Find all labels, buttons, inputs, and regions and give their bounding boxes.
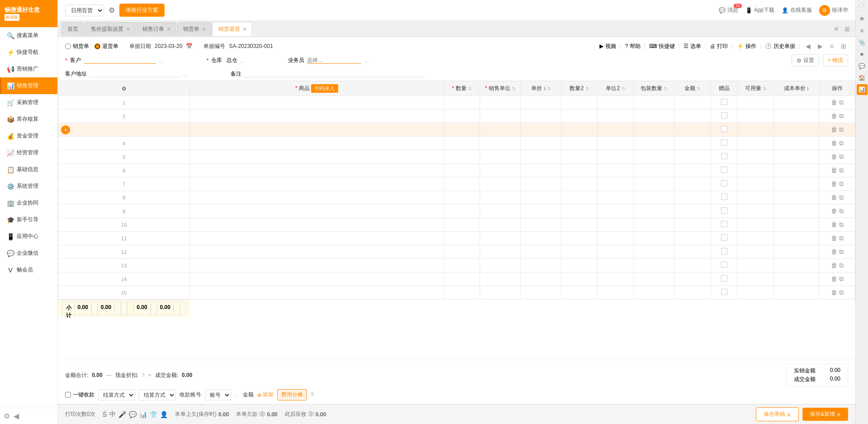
- row-delete-button[interactable]: 🗑: [830, 262, 838, 269]
- s-icon[interactable]: Ś: [103, 411, 107, 418]
- available-cell[interactable]: [738, 245, 774, 259]
- gift-cell[interactable]: [711, 218, 738, 232]
- qty2-cell[interactable]: [561, 191, 598, 205]
- unit2-cell[interactable]: [598, 110, 634, 123]
- cost_price-cell[interactable]: [774, 137, 819, 150]
- one-click-payment-check[interactable]: 一键收款: [65, 391, 94, 399]
- amount-cell[interactable]: [675, 191, 711, 205]
- unit2-cell[interactable]: [598, 150, 634, 164]
- pack_qty-cell[interactable]: [634, 110, 675, 123]
- tab-sales-return[interactable]: 销货退货 ✕: [212, 22, 252, 36]
- customer-dots[interactable]: ...: [159, 57, 163, 64]
- amount-cell[interactable]: [675, 286, 711, 300]
- qty-cell[interactable]: [444, 164, 480, 177]
- cost_price-cell[interactable]: [774, 218, 819, 232]
- sidebar-item-app-center[interactable]: 📱 应用中心: [0, 228, 57, 245]
- sidebar-collapse-icon[interactable]: ◀: [14, 412, 19, 420]
- product-cell[interactable]: [190, 218, 444, 232]
- unit-cell[interactable]: [480, 164, 521, 177]
- product-cell[interactable]: [190, 150, 444, 164]
- price-cell[interactable]: [521, 205, 561, 218]
- gift-checkbox[interactable]: [721, 167, 727, 173]
- product-cell[interactable]: [190, 123, 444, 137]
- sidebar-item-finance[interactable]: 💰 资金管理: [0, 128, 57, 144]
- address-dots[interactable]: ...: [183, 71, 187, 77]
- radio-delivery-input[interactable]: [65, 43, 71, 49]
- tab-home[interactable]: 首页: [61, 22, 84, 36]
- qty-cell[interactable]: [444, 191, 480, 205]
- pack_qty-cell[interactable]: [634, 177, 675, 191]
- price-cell[interactable]: [521, 177, 561, 191]
- qty-cell[interactable]: [444, 259, 480, 272]
- unit2-cell[interactable]: [598, 191, 634, 205]
- right-panel-notes[interactable]: 📄: [857, 2, 868, 13]
- one-click-payment-input[interactable]: [65, 392, 71, 398]
- th-settings[interactable]: ⚙: [58, 81, 190, 96]
- product-cell[interactable]: [190, 177, 444, 191]
- tab-sales-delivery-close[interactable]: ✕: [202, 27, 206, 32]
- chart-icon[interactable]: 📊: [139, 411, 147, 418]
- gift-cell[interactable]: [711, 232, 738, 245]
- pack_qty-cell[interactable]: [634, 96, 675, 110]
- remark-input[interactable]: [244, 71, 425, 77]
- pack_qty-cell[interactable]: [634, 164, 675, 177]
- available-cell[interactable]: [738, 286, 774, 300]
- row-copy-button[interactable]: ⧉: [838, 139, 844, 147]
- unit2-cell[interactable]: [598, 232, 634, 245]
- add-row-button[interactable]: +: [61, 125, 70, 134]
- unit2-cell[interactable]: [598, 177, 634, 191]
- unit-sort-icon[interactable]: ⇅: [512, 86, 515, 91]
- sidebar-item-enterprise[interactable]: 🏢 企业协同: [0, 195, 57, 211]
- right-panel-attach[interactable]: 📎: [857, 37, 868, 48]
- qty2-cell[interactable]: [561, 286, 598, 300]
- qty2-sort-icon[interactable]: ⇅: [585, 86, 589, 91]
- price-sort-icon[interactable]: ⇅: [547, 86, 551, 91]
- amount-cell[interactable]: [675, 205, 711, 218]
- gift-checkbox[interactable]: [721, 221, 727, 227]
- pack_qty-cell[interactable]: [634, 259, 675, 272]
- unit2-cell[interactable]: [598, 137, 634, 150]
- radio-return-input[interactable]: [94, 43, 100, 49]
- price-cell[interactable]: [521, 218, 561, 232]
- pack_qty-cell[interactable]: [634, 272, 675, 286]
- price-cell[interactable]: [521, 272, 561, 286]
- row-delete-button[interactable]: 🗑: [830, 221, 838, 228]
- amount-cell[interactable]: [675, 137, 711, 150]
- topbar-gear-icon[interactable]: ⚙: [108, 6, 115, 14]
- qty2-cell[interactable]: [561, 205, 598, 218]
- product-cell[interactable]: [190, 137, 444, 150]
- amount-cell[interactable]: [675, 164, 711, 177]
- available-cell[interactable]: [738, 232, 774, 245]
- sidebar-item-purchase[interactable]: 🛒 采购管理: [0, 94, 57, 111]
- sidebar-item-quick-nav[interactable]: ⚡ 快捷导航: [0, 44, 57, 61]
- qty-cell[interactable]: [444, 245, 480, 259]
- gift-checkbox[interactable]: [721, 275, 727, 281]
- tab-sales-return-close[interactable]: ✕: [243, 27, 246, 32]
- qty-cell[interactable]: [444, 232, 480, 245]
- gift-cell[interactable]: [711, 150, 738, 164]
- tab-close-all[interactable]: ✕: [832, 24, 841, 33]
- available-sort-icon[interactable]: ⇅: [763, 86, 766, 91]
- unit2-cell[interactable]: [598, 164, 634, 177]
- product-cell[interactable]: [190, 191, 444, 205]
- gift-checkbox[interactable]: [721, 112, 727, 119]
- qty2-cell[interactable]: [561, 272, 598, 286]
- price-cell[interactable]: [521, 137, 561, 150]
- unit2-cell[interactable]: [598, 286, 634, 300]
- available-cell[interactable]: [738, 137, 774, 150]
- gift-checkbox[interactable]: [721, 248, 727, 254]
- scan-button[interactable]: 扫码录入: [311, 84, 338, 93]
- amount-cell[interactable]: [675, 96, 711, 110]
- qty-cell[interactable]: [444, 205, 480, 218]
- price-cell[interactable]: [521, 286, 561, 300]
- qty2-cell[interactable]: [561, 177, 598, 191]
- qty-cell[interactable]: [444, 272, 480, 286]
- row-copy-button[interactable]: ⧉: [838, 167, 844, 174]
- unit-cell[interactable]: [480, 259, 521, 272]
- qty2-cell[interactable]: [561, 232, 598, 245]
- save-new-button[interactable]: 保存&新增 ∧: [802, 408, 848, 421]
- row-copy-button[interactable]: ⧉: [838, 234, 844, 242]
- price-cell[interactable]: [521, 245, 561, 259]
- qty-cell[interactable]: [444, 96, 480, 110]
- row-delete-button[interactable]: 🗑: [830, 180, 838, 187]
